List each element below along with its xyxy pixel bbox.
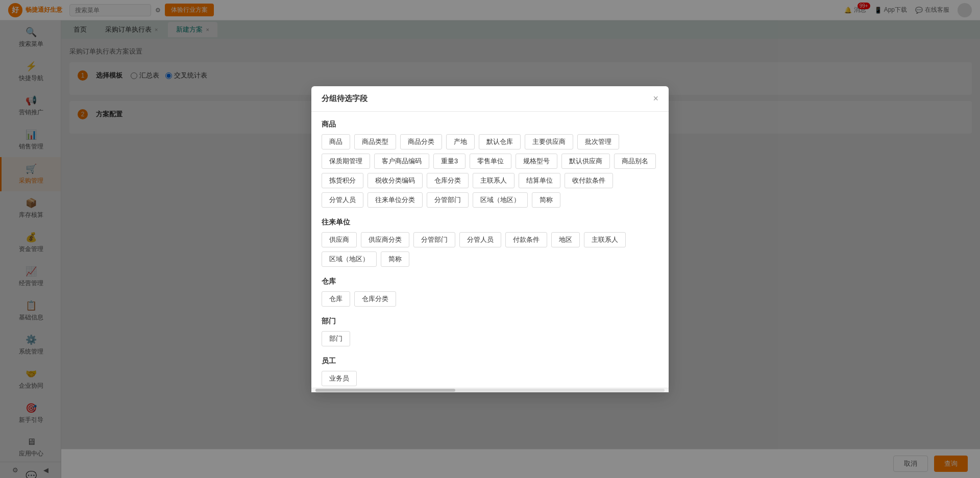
field-tag-0-3[interactable]: 产地: [446, 134, 475, 149]
field-tag-1-0[interactable]: 供应商: [322, 232, 357, 247]
field-tag-0-8[interactable]: 客户商品编码: [374, 154, 429, 169]
field-category-0: 商品商品商品类型商品分类产地默认仓库主要供应商批次管理保质期管理客户商品编码重量…: [322, 120, 658, 208]
field-tag-0-21[interactable]: 往来单位分类: [368, 192, 423, 208]
field-tag-0-13[interactable]: 商品别名: [614, 154, 656, 169]
field-tag-1-1[interactable]: 供应商分类: [361, 232, 409, 247]
field-tag-0-10[interactable]: 零售单位: [470, 154, 511, 169]
hscroll-thumb: [315, 389, 455, 392]
field-tag-0-22[interactable]: 分管部门: [427, 192, 469, 208]
field-category-1: 往来单位供应商供应商分类分管部门分管人员付款条件地区主联系人区域（地区）简称: [322, 218, 658, 267]
field-tags-2: 仓库仓库分类: [322, 291, 658, 307]
field-tag-0-14[interactable]: 拣货积分: [322, 173, 363, 188]
field-tags-3: 部门: [322, 331, 658, 346]
modal-close-button[interactable]: ×: [653, 93, 658, 104]
field-category-2: 仓库仓库仓库分类: [322, 277, 658, 307]
field-tag-1-4[interactable]: 付款条件: [505, 232, 547, 247]
field-tag-4-0[interactable]: 业务员: [322, 371, 357, 386]
field-category-4: 员工业务员: [322, 357, 658, 386]
field-tag-0-23[interactable]: 区域（地区）: [473, 192, 528, 208]
field-tag-0-7[interactable]: 保质期管理: [322, 154, 370, 169]
field-tag-1-7[interactable]: 区域（地区）: [322, 251, 377, 267]
field-tag-1-3[interactable]: 分管人员: [459, 232, 501, 247]
hscroll-track: [315, 389, 665, 392]
field-tag-1-2[interactable]: 分管部门: [413, 232, 455, 247]
field-selector-modal: 分组待选字段 × 商品商品商品类型商品分类产地默认仓库主要供应商批次管理保质期管…: [311, 86, 669, 392]
field-tags-0: 商品商品类型商品分类产地默认仓库主要供应商批次管理保质期管理客户商品编码重量3零…: [322, 134, 658, 208]
field-tag-2-0[interactable]: 仓库: [322, 291, 350, 307]
category-title-3: 部门: [322, 317, 658, 326]
field-tag-0-16[interactable]: 仓库分类: [427, 173, 469, 188]
field-tag-0-17[interactable]: 主联系人: [473, 173, 514, 188]
field-tag-0-6[interactable]: 批次管理: [577, 134, 619, 149]
field-tag-3-0[interactable]: 部门: [322, 331, 350, 346]
field-category-3: 部门部门: [322, 317, 658, 346]
field-tag-0-11[interactable]: 规格型号: [516, 154, 557, 169]
field-tag-0-18[interactable]: 结算单位: [519, 173, 560, 188]
field-tag-0-0[interactable]: 商品: [322, 134, 350, 149]
field-tag-0-19[interactable]: 收付款条件: [565, 173, 613, 188]
modal-horizontal-scrollbar[interactable]: [311, 388, 669, 392]
field-tag-0-9[interactable]: 重量3: [433, 154, 465, 169]
modal-overlay: 分组待选字段 × 商品商品商品类型商品分类产地默认仓库主要供应商批次管理保质期管…: [0, 0, 980, 478]
field-tag-0-12[interactable]: 默认供应商: [561, 154, 610, 169]
field-tag-0-1[interactable]: 商品类型: [354, 134, 396, 149]
field-tag-0-24[interactable]: 简称: [532, 192, 560, 208]
field-tag-2-1[interactable]: 仓库分类: [354, 291, 396, 307]
category-title-1: 往来单位: [322, 218, 658, 227]
field-tags-1: 供应商供应商分类分管部门分管人员付款条件地区主联系人区域（地区）简称: [322, 232, 658, 267]
field-tags-4: 业务员: [322, 371, 658, 386]
category-title-4: 员工: [322, 357, 658, 366]
field-tag-1-5[interactable]: 地区: [551, 232, 580, 247]
category-title-2: 仓库: [322, 277, 658, 286]
field-tag-1-6[interactable]: 主联系人: [584, 232, 626, 247]
field-tag-0-4[interactable]: 默认仓库: [479, 134, 521, 149]
modal-title: 分组待选字段: [322, 94, 368, 104]
field-tag-0-2[interactable]: 商品分类: [400, 134, 442, 149]
modal-body: 商品商品商品类型商品分类产地默认仓库主要供应商批次管理保质期管理客户商品编码重量…: [311, 112, 669, 388]
category-title-0: 商品: [322, 120, 658, 129]
field-tag-0-20[interactable]: 分管人员: [322, 192, 363, 208]
field-tag-0-15[interactable]: 税收分类编码: [368, 173, 423, 188]
field-tag-1-8[interactable]: 简称: [381, 251, 409, 267]
modal-header: 分组待选字段 ×: [311, 86, 669, 112]
field-tag-0-5[interactable]: 主要供应商: [525, 134, 573, 149]
